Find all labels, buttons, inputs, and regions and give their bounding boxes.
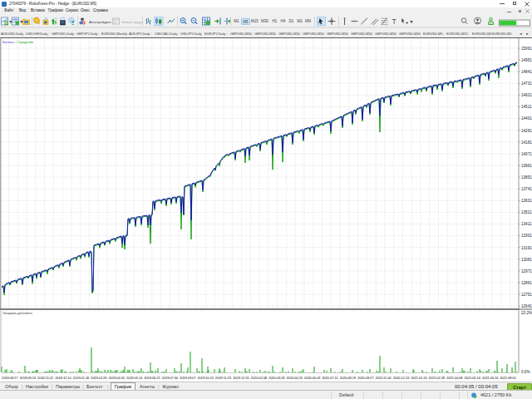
svg-text:12971: 12971 [521,269,532,273]
svg-text:14841: 14841 [521,70,532,74]
svg-text:2020.03.18: 2020.03.18 [268,376,285,380]
svg-text:14731: 14731 [521,81,532,86]
svg-text:2021.05.16: 2021.05.16 [464,376,480,380]
svg-text:14071: 14071 [521,152,532,156]
svg-text:2021.01.20: 2021.01.20 [411,376,427,380]
svg-text:IFC: IFC [489,22,494,25]
svg-text:2019.06.21: 2019.06.21 [144,376,160,380]
svg-text:2019.12.31: 2019.12.31 [233,376,249,380]
svg-text:2019.02.26: 2019.02.26 [91,376,107,380]
svg-text:2019.11.23: 2019.11.23 [215,376,232,380]
svg-text:13411: 13411 [521,222,532,226]
svg-text:13741: 13741 [521,187,532,191]
svg-text:2020.04.25: 2020.04.25 [286,376,303,380]
svg-text:2020.08.19: 2020.08.19 [340,376,357,380]
svg-text:0.0%: 0.0% [521,370,530,374]
svg-text:12861: 12861 [521,281,532,285]
svg-text:14291: 14291 [521,129,532,133]
svg-text:13301: 13301 [521,234,532,238]
svg-text:12751: 12751 [521,293,532,297]
svg-text:15061: 15061 [521,47,532,51]
svg-text:2019.01.18: 2019.01.18 [73,376,90,380]
svg-text:2020.06.03: 2020.06.03 [304,376,321,380]
svg-text:14401: 14401 [521,116,532,121]
svg-text:13961: 13961 [521,164,532,168]
svg-text:2021.06.24: 2021.06.24 [482,376,499,380]
svg-text:2020.07.11: 2020.07.11 [322,376,338,380]
svg-text:T: T [392,17,397,26]
svg-text:14181: 14181 [521,140,532,145]
svg-text:2021.02.28: 2021.02.28 [429,376,446,380]
svg-text:23.2%: 23.2% [521,311,532,315]
svg-text:2020.12.13: 2020.12.13 [393,376,410,380]
svg-text:2021.08.01: 2021.08.01 [500,376,516,380]
svg-text:13631: 13631 [521,199,532,203]
svg-text:13191: 13191 [521,246,532,250]
svg-text:14621: 14621 [521,93,532,97]
svg-text:2020.09.27: 2020.09.27 [357,376,374,380]
svg-text:14511: 14511 [521,105,532,109]
svg-text:2019.10.15: 2019.10.15 [197,376,214,380]
svg-text:13521: 13521 [521,210,532,214]
svg-text:14951: 14951 [521,58,532,62]
svg-text:2020.02.08: 2020.02.08 [251,376,268,380]
svg-text:2019.09.07: 2019.09.07 [180,376,196,380]
svg-text:2018.12.10: 2018.12.10 [55,376,71,380]
svg-text:2021.04.08: 2021.04.08 [446,376,463,380]
svg-text:2019.07.30: 2019.07.30 [162,376,179,380]
svg-text:13851: 13851 [521,175,532,180]
svg-text:2020.11.04: 2020.11.04 [375,376,392,380]
svg-text:13081: 13081 [521,258,532,262]
svg-text:2018.08.17: 2018.08.17 [2,376,18,380]
svg-text:2018.11.02: 2018.11.02 [37,376,54,380]
svg-text:2018.09.24: 2018.09.24 [19,376,36,380]
svg-text:2019.05.14: 2019.05.14 [126,376,143,380]
svg-text:2019.04.05: 2019.04.05 [108,376,125,380]
